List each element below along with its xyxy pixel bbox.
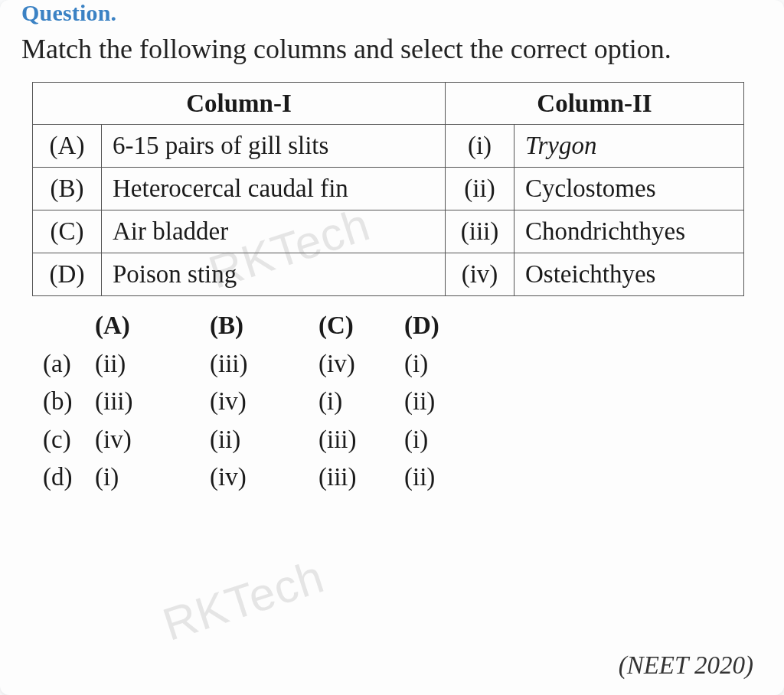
- row-label: (C): [33, 210, 102, 253]
- opt-head-B: (B): [210, 307, 318, 345]
- options-header: (A) (B) (C) (D): [95, 307, 763, 345]
- option-cell: (iii): [95, 383, 210, 421]
- table-row: (D) Poison sting (iv) Osteichthyes: [33, 253, 744, 296]
- row-label: (D): [33, 253, 102, 296]
- question-card: Question. Match the following columns an…: [0, 0, 784, 695]
- option-cell: (i): [404, 345, 473, 383]
- opt-head-C: (C): [318, 307, 404, 345]
- question-heading: Question.: [21, 0, 763, 26]
- option-cell: (iii): [318, 458, 404, 497]
- row-text: Air bladder: [102, 210, 446, 253]
- option-label: (b): [43, 383, 95, 421]
- option-cell: (iv): [95, 421, 210, 459]
- option-cell: (i): [318, 383, 404, 421]
- option-cell: (iii): [210, 345, 318, 383]
- row-value: Chondrichthyes: [514, 210, 744, 253]
- row-value: Osteichthyes: [514, 253, 744, 296]
- option-cell: (ii): [404, 383, 473, 421]
- option-cell: (ii): [210, 421, 318, 459]
- table-row: (C) Air bladder (iii) Chondrichthyes: [33, 210, 744, 253]
- option-label: (c): [43, 421, 95, 459]
- answer-options: (A) (B) (C) (D) (a) (ii) (iii) (iv) (i) …: [21, 307, 763, 497]
- question-text: Match the following columns and select t…: [21, 31, 763, 68]
- option-row-a[interactable]: (a) (ii) (iii) (iv) (i): [43, 345, 763, 383]
- option-label: (a): [43, 345, 95, 383]
- option-cell: (iii): [318, 421, 404, 459]
- option-cell: (i): [95, 458, 210, 497]
- exam-source: (NEET 2020): [619, 651, 753, 680]
- option-cell: (iv): [210, 383, 318, 421]
- table-header-row: Column-I Column-II: [33, 82, 744, 125]
- option-cell: (ii): [95, 345, 210, 383]
- option-cell: (iv): [318, 345, 404, 383]
- option-cell: (ii): [404, 458, 473, 497]
- option-row-c[interactable]: (c) (iv) (ii) (iii) (i): [43, 421, 763, 459]
- match-table: Column-I Column-II (A) 6-15 pairs of gil…: [32, 82, 744, 296]
- watermark: RKTech: [157, 550, 331, 651]
- col2-header: Column-II: [446, 82, 744, 125]
- row-value: Cyclostomes: [514, 168, 744, 210]
- row-label: (B): [33, 168, 102, 210]
- row-value: Trygon: [514, 125, 744, 168]
- col1-header: Column-I: [33, 82, 446, 125]
- row-index: (iv): [446, 253, 514, 296]
- row-text: Heterocercal caudal fin: [102, 168, 446, 210]
- row-text: 6-15 pairs of gill slits: [102, 125, 446, 168]
- option-label: (d): [43, 458, 95, 497]
- option-cell: (i): [404, 421, 473, 459]
- table-row: (A) 6-15 pairs of gill slits (i) Trygon: [33, 125, 744, 168]
- row-text: Poison sting: [102, 253, 446, 296]
- row-label: (A): [33, 125, 102, 168]
- opt-head-A: (A): [95, 307, 210, 345]
- opt-head-D: (D): [404, 307, 473, 345]
- option-cell: (iv): [210, 458, 318, 497]
- option-row-d[interactable]: (d) (i) (iv) (iii) (ii): [43, 458, 763, 497]
- table-row: (B) Heterocercal caudal fin (ii) Cyclost…: [33, 168, 744, 210]
- row-index: (ii): [446, 168, 514, 210]
- row-index: (i): [446, 125, 514, 168]
- row-index: (iii): [446, 210, 514, 253]
- option-row-b[interactable]: (b) (iii) (iv) (i) (ii): [43, 383, 763, 421]
